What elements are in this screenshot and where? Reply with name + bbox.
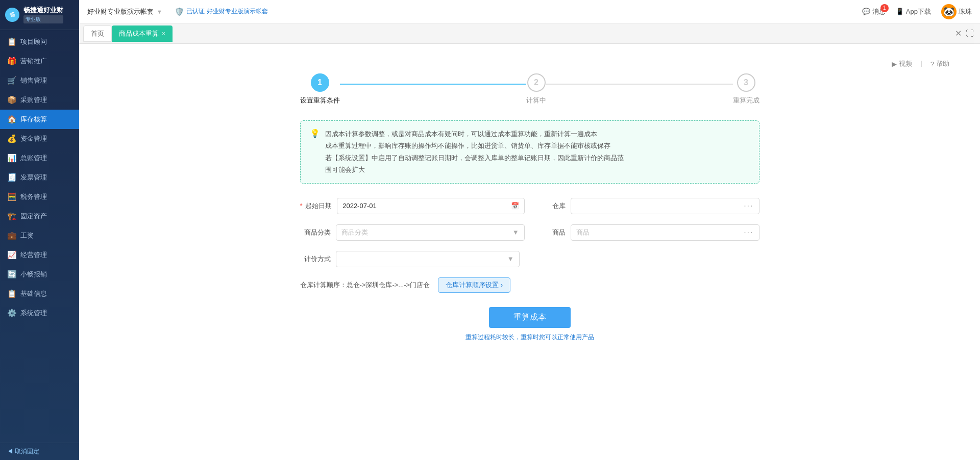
recalc-button[interactable]: 重算成本	[489, 307, 571, 328]
tab-cost-recalc[interactable]: 商品成本重算 ×	[112, 25, 173, 42]
pricing-dropdown-icon: ▼	[507, 255, 514, 263]
sidebar-item-purchase[interactable]: 📦 采购管理	[0, 90, 79, 110]
sidebar-item-basic[interactable]: 📋 基础信息	[0, 284, 79, 303]
category-select[interactable]: 商品分类 ▼	[336, 224, 525, 241]
form-row-1: * 起始日期 2022-07-01 📅 仓库 ···	[300, 198, 760, 214]
category-dropdown-icon: ▼	[512, 228, 519, 236]
sidebar-item-invoice[interactable]: 🧾 发票管理	[0, 168, 79, 187]
sidebar-item-project[interactable]: 📋 项目顾问	[0, 32, 79, 52]
sidebar-label-inventory: 库存核算	[20, 115, 47, 124]
assets-icon: 🏗️	[7, 212, 16, 221]
tax-icon: 🧮	[7, 192, 16, 201]
start-date-value: 2022-07-01	[342, 202, 507, 210]
message-icon: 💬	[862, 8, 870, 15]
sidebar-item-ledger[interactable]: 📊 总账管理	[0, 148, 79, 168]
warehouse-input[interactable]: ···	[571, 198, 760, 214]
sidebar-item-payroll[interactable]: 💼 工资	[0, 226, 79, 245]
account-name: 好业财专业版演示帐套	[87, 7, 154, 16]
tab-home-label: 首页	[91, 29, 104, 38]
expand-window-icon[interactable]: ⛶	[966, 29, 974, 38]
category-group: 商品分类 商品分类 ▼	[300, 224, 525, 241]
cancel-fixed-label: ◀ 取消固定	[7, 447, 39, 456]
app-download-label: App下载	[906, 7, 931, 16]
stepper: 1 设置重算条件 2 计算中 3 重算完成	[300, 73, 760, 105]
message-button[interactable]: 💬 消息 1	[862, 7, 886, 16]
warehouse-order-label: 仓库计算顺序：总仓->深圳仓库->...->门店仓	[300, 280, 430, 290]
video-help-link[interactable]: ▶ 视频	[892, 59, 912, 68]
tab-home[interactable]: 首页	[83, 25, 112, 42]
marketing-icon: 🎁	[7, 57, 16, 66]
sidebar-label-assets: 固定资产	[20, 212, 47, 221]
content-area: ▶ 视频 | ? 帮助 1 设置重算条件 2 计算中	[79, 44, 980, 460]
main-area: 好业财专业版演示帐套 ▼ 🛡️ 已认证 好业财专业版演示帐套 💬 消息 1 📱 …	[79, 0, 980, 460]
verified-badge: 🛡️ 已认证 好业财专业版演示帐套	[175, 7, 268, 16]
sidebar-label-payroll: 工资	[20, 231, 34, 240]
info-line2: 成本重算过程中，影响库存账的操作均不能操作，比如进货单、销货单、库存单据不能审核…	[325, 140, 624, 151]
sidebar-item-expense[interactable]: 🔄 小畅报销	[0, 265, 79, 284]
sidebar-label-tax: 税务管理	[20, 192, 47, 201]
basic-icon: 📋	[7, 289, 16, 298]
info-box: 💡 因成本计算参数调整，或是对商品成本有疑问时，可以通过成本重算功能，重新计算一…	[300, 120, 760, 184]
topbar: 好业财专业版演示帐套 ▼ 🛡️ 已认证 好业财专业版演示帐套 💬 消息 1 📱 …	[79, 0, 980, 23]
helper-links: ▶ 视频 | ? 帮助	[110, 59, 949, 68]
sidebar-label-finance: 资金管理	[20, 134, 47, 143]
verified-account: 好业财专业版演示帐套	[207, 7, 268, 16]
step-2-label: 计算中	[526, 96, 546, 105]
sidebar-item-system[interactable]: ⚙️ 系统管理	[0, 303, 79, 323]
user-name: 珠珠	[959, 7, 972, 16]
calendar-icon[interactable]: 📅	[511, 202, 519, 210]
tab-close-icon[interactable]: ×	[162, 30, 165, 37]
step-1-circle: 1	[311, 73, 329, 92]
topbar-actions: 💬 消息 1 📱 App下载 🐼 珠珠	[862, 4, 972, 19]
recalc-hint: 重算过程耗时较长，重算时您可以正常使用产品	[300, 333, 760, 342]
shield-icon: 🛡️	[175, 7, 184, 16]
sidebar-item-operations[interactable]: 📈 经营管理	[0, 245, 79, 265]
invoice-icon: 🧾	[7, 173, 16, 182]
start-date-input[interactable]: 2022-07-01 📅	[337, 198, 524, 214]
form-row-2: 商品分类 商品分类 ▼ 商品 商品 ···	[300, 224, 760, 241]
avatar: 🐼	[941, 4, 957, 19]
sidebar-item-marketing[interactable]: 🎁 营销推广	[0, 52, 79, 71]
info-line4: 围可能会扩大	[325, 164, 624, 175]
sidebar-item-tax[interactable]: 🧮 税务管理	[0, 187, 79, 207]
warehouse-dots-icon[interactable]: ···	[744, 201, 753, 211]
tab-cost-label: 商品成本重算	[119, 29, 159, 38]
sidebar-label-sales: 销售管理	[20, 76, 47, 85]
goods-placeholder: 商品	[576, 228, 590, 237]
user-menu[interactable]: 🐼 珠珠	[941, 4, 972, 19]
play-icon: ▶	[892, 60, 897, 68]
step-connector-2	[546, 84, 733, 85]
form-row-3: 计价方式 ▼	[300, 251, 760, 267]
sidebar-item-inventory[interactable]: 🏠 库存核算	[0, 110, 79, 129]
step-3: 3 重算完成	[733, 73, 760, 105]
step-2: 2 计算中	[526, 73, 546, 105]
recalc-area: 重算成本 重算过程耗时较长，重算时您可以正常使用产品	[300, 307, 760, 342]
app-download-button[interactable]: 📱 App下载	[896, 7, 931, 16]
payroll-icon: 💼	[7, 231, 16, 240]
step-connector-1	[340, 84, 527, 85]
form-area: * 起始日期 2022-07-01 📅 仓库 ···	[300, 198, 760, 342]
account-selector[interactable]: 好业财专业版演示帐套 ▼	[87, 7, 162, 16]
pricing-label: 计价方式	[300, 254, 331, 264]
video-label: 视频	[899, 59, 912, 68]
help-link[interactable]: ? 帮助	[930, 59, 949, 68]
sidebar-item-assets[interactable]: 🏗️ 固定资产	[0, 207, 79, 226]
sidebar-label-marketing: 营销推广	[20, 57, 47, 66]
category-label: 商品分类	[300, 228, 331, 237]
tabbar: 首页 商品成本重算 × ✕ ⛶	[79, 23, 980, 44]
goods-group: 商品 商品 ···	[535, 224, 760, 241]
sidebar-item-finance[interactable]: 💰 资金管理	[0, 129, 79, 148]
warehouse-label: 仓库	[535, 201, 566, 211]
inventory-icon: 🏠	[7, 115, 16, 124]
goods-dots-icon[interactable]: ···	[744, 228, 753, 237]
sidebar-item-sales[interactable]: 🛒 销售管理	[0, 71, 79, 90]
warehouse-order-btn[interactable]: 仓库计算顺序设置 ›	[438, 277, 510, 293]
pricing-select[interactable]: ▼	[336, 251, 520, 267]
goods-input[interactable]: 商品 ···	[571, 224, 760, 241]
pricing-group: 计价方式 ▼	[300, 251, 520, 267]
sidebar-nav: 📋 项目顾问 🎁 营销推广 🛒 销售管理 📦 采购管理 🏠 库存核算 💰 资金管…	[0, 30, 79, 443]
cancel-fixed-button[interactable]: ◀ 取消固定	[0, 443, 79, 460]
mobile-icon: 📱	[896, 8, 904, 15]
close-window-icon[interactable]: ✕	[955, 29, 962, 38]
step-3-label: 重算完成	[733, 96, 760, 105]
